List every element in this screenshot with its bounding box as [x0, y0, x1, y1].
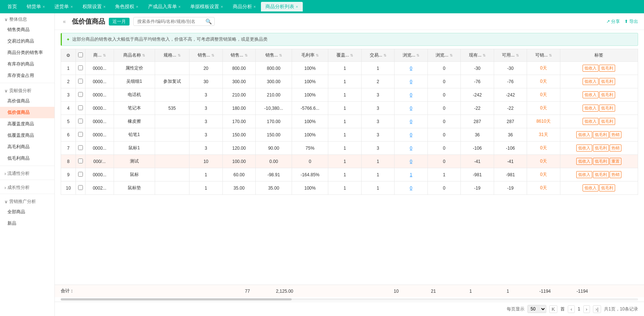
sidebar-group-growth[interactable]: › 成长性分析 [0, 181, 54, 192]
select-all-checkbox[interactable] [78, 52, 83, 57]
cell-browse1[interactable]: 0 [395, 142, 427, 155]
col-available[interactable]: 可用... ⇅ [494, 49, 527, 62]
cell-browse1[interactable]: 0 [395, 128, 427, 142]
cell-checkbox[interactable] [76, 115, 85, 128]
row-checkbox[interactable] [78, 65, 83, 70]
sidebar-group-overall[interactable]: ∨ 整体信息 [0, 13, 54, 24]
search-input[interactable] [133, 17, 215, 26]
close-icon[interactable]: × [178, 4, 181, 9]
browse-link[interactable]: 0 [410, 159, 412, 164]
nav-role-auth[interactable]: 角色授权 × [111, 2, 142, 11]
browse-link[interactable]: 1 [410, 172, 412, 177]
nav-product-inbound[interactable]: 产成品入库单 × [144, 2, 185, 11]
row-checkbox[interactable] [78, 132, 83, 137]
cell-browse1[interactable]: 0 [395, 88, 427, 102]
sidebar-item-low-profit[interactable]: 低毛利商品 [0, 153, 54, 164]
cell-browse1[interactable]: 0 [395, 115, 427, 128]
sidebar-group-circulation[interactable]: › 流通性分析 [0, 167, 54, 178]
cell-browse1[interactable]: 1 [395, 168, 427, 181]
col-browse2[interactable]: 浏览... ⇅ [427, 49, 460, 62]
sidebar-item-inventory-capital[interactable]: 库存资金占用 [0, 70, 54, 81]
sidebar-group-contribution[interactable]: ∨ 贡献值分析 [0, 85, 54, 95]
cell-browse1[interactable]: 0 [395, 75, 427, 88]
page-size-select[interactable]: 50 100 200 [527, 305, 546, 313]
close-icon[interactable]: × [221, 4, 223, 9]
sidebar-item-all-products[interactable]: 全部商品 [0, 206, 54, 218]
browse-link[interactable]: 0 [410, 79, 412, 84]
col-checkbox[interactable] [76, 49, 85, 62]
filter-tag[interactable]: 近一月 [109, 18, 130, 26]
sidebar-item-traded-products[interactable]: 交易过的商品 [0, 35, 54, 47]
browse-link[interactable]: 0 [410, 186, 412, 191]
collapse-sidebar-button[interactable]: « [61, 18, 68, 25]
search-icon[interactable]: 🔍 [205, 18, 212, 24]
row-checkbox[interactable] [78, 119, 83, 123]
nav-product-analysis[interactable]: 商品分析 × [228, 2, 260, 11]
row-checkbox[interactable] [78, 145, 83, 150]
cell-browse1[interactable]: 0 [395, 102, 427, 115]
row-checkbox[interactable] [78, 172, 83, 177]
col-code[interactable]: 商... ⇅ [85, 49, 114, 62]
nav-product-analysis-list[interactable]: 商品分析列表 × [261, 2, 302, 11]
browse-link[interactable]: 0 [410, 146, 412, 151]
last-page-button[interactable]: ›| [593, 305, 601, 313]
col-transactions[interactable]: 交易... ⇅ [361, 49, 394, 62]
browse-link[interactable]: 0 [410, 132, 412, 137]
col-current-stock[interactable]: 现有... ⇅ [461, 49, 494, 62]
browse-link[interactable]: 0 [410, 66, 412, 71]
cell-checkbox[interactable] [76, 181, 85, 195]
cell-checkbox[interactable] [76, 75, 85, 88]
close-icon[interactable]: × [296, 4, 298, 9]
sidebar-item-high-value[interactable]: 高价值商品 [0, 95, 54, 107]
col-spec[interactable]: 规格... ⇅ [155, 49, 189, 62]
next-page-button[interactable]: › [583, 305, 590, 313]
cell-checkbox[interactable] [76, 142, 85, 155]
close-icon[interactable]: × [70, 4, 73, 9]
cell-browse1[interactable]: 0 [395, 181, 427, 195]
nav-permissions[interactable]: 权限设置 × [78, 2, 110, 11]
col-browse1[interactable]: 浏览... ⇅ [395, 49, 427, 62]
cell-checkbox[interactable] [76, 155, 85, 168]
first-page-button[interactable]: K [549, 305, 558, 313]
cell-browse1[interactable]: 0 [395, 62, 427, 75]
sidebar-group-marketing[interactable]: ∨ 营销推广分析 [0, 196, 54, 206]
browse-link[interactable]: 0 [410, 92, 412, 98]
browse-link[interactable]: 0 [410, 119, 412, 124]
close-icon[interactable]: × [103, 4, 105, 9]
close-icon[interactable]: × [136, 4, 138, 9]
sidebar-item-high-profit[interactable]: 高毛利商品 [0, 141, 54, 153]
browse-link[interactable]: 0 [410, 106, 412, 111]
row-checkbox[interactable] [78, 105, 83, 110]
sidebar-item-low-value[interactable]: 低价值商品 [0, 107, 54, 118]
sidebar-item-sales-products[interactable]: 销售类商品 [0, 24, 54, 35]
export-button[interactable]: ⬆ 导出 [624, 18, 638, 25]
col-saleable[interactable]: 可销... ⇅ [527, 49, 560, 62]
cell-browse1[interactable]: 0 [395, 155, 427, 168]
cell-checkbox[interactable] [76, 102, 85, 115]
share-button[interactable]: ↗ 分享 [606, 18, 620, 25]
col-name[interactable]: 商品名称 ⇅ [114, 49, 155, 62]
row-checkbox[interactable] [78, 79, 83, 84]
prev-page-button[interactable]: ‹ [568, 305, 574, 313]
col-gross-margin[interactable]: 毛利率 ⇅ [292, 49, 328, 62]
sidebar-item-category-rate[interactable]: 商品分类的销售率 [0, 47, 54, 58]
close-icon[interactable]: × [254, 4, 256, 9]
row-checkbox[interactable] [78, 185, 83, 190]
horizontal-scrollbar[interactable] [55, 297, 644, 302]
sidebar-item-low-coverage[interactable]: 低覆盖度商品 [0, 130, 54, 141]
nav-sales-order[interactable]: 销货单 × [22, 2, 49, 11]
row-checkbox[interactable] [78, 92, 83, 97]
nav-purchase-order[interactable]: 进货单 × [50, 2, 77, 11]
cell-checkbox[interactable] [76, 168, 85, 181]
cell-checkbox[interactable] [76, 62, 85, 75]
row-checkbox[interactable] [78, 159, 83, 163]
nav-template-settings[interactable]: 单据模板设置 × [186, 2, 227, 11]
col-sales-qty[interactable]: 销售... ⇅ [189, 49, 222, 62]
col-sales-amount[interactable]: 销售... ⇅ [222, 49, 255, 62]
sidebar-item-new-products[interactable]: 新品 [0, 218, 54, 229]
sidebar-item-stocked-products[interactable]: 有库存的商品 [0, 58, 54, 70]
scrollbar-thumb[interactable] [61, 298, 292, 300]
nav-home[interactable]: 首页 [3, 2, 21, 11]
cell-checkbox[interactable] [76, 128, 85, 142]
col-sales-profit[interactable]: 销售... ⇅ [256, 49, 292, 62]
